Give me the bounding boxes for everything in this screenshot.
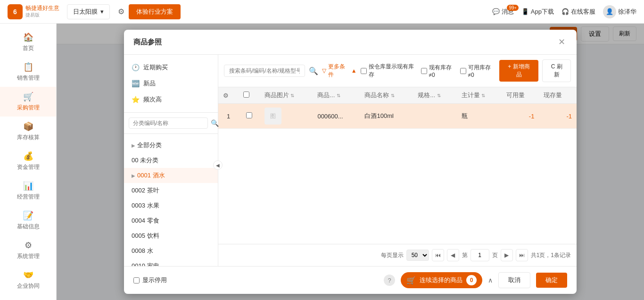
category-item-beverage[interactable]: 0005 饮料 xyxy=(124,228,218,243)
message-icon: 💬 xyxy=(492,8,500,15)
nav-new-product[interactable]: 🆕 新品 xyxy=(124,75,218,92)
page-label2: 页 xyxy=(492,251,498,259)
row-checkbox-cell[interactable] xyxy=(239,104,260,129)
category-search-area: 🔍 xyxy=(124,113,218,134)
app-download-item[interactable]: 📱 App下载 xyxy=(521,8,554,16)
col-spec[interactable]: 规格... ⇅ xyxy=(413,87,456,104)
col-image[interactable]: 商品图片 ⇅ xyxy=(260,87,313,104)
company-dropdown[interactable]: 日太阳膜 ▾ xyxy=(67,4,110,19)
modal-close-icon[interactable]: ✕ xyxy=(556,36,567,48)
basics-icon: 📝 xyxy=(23,210,33,221)
row-spec-cell xyxy=(413,104,456,129)
category-item-snack[interactable]: 0004 零食 xyxy=(124,213,218,228)
col-spec-label: 规格... xyxy=(418,92,435,99)
cart-label: 连续选择的商品 xyxy=(420,276,462,284)
checkbox-warehouse-input[interactable] xyxy=(361,68,367,74)
up-arrow-icon[interactable]: ∧ xyxy=(488,276,493,284)
row-image-cell: 图 xyxy=(260,104,313,129)
sidebar-item-inventory[interactable]: 📦 库存核算 xyxy=(0,117,56,146)
username: 徐泽华 xyxy=(618,8,636,16)
category-item-appliance[interactable]: 0010 家电 xyxy=(124,258,218,266)
search-submit-icon[interactable]: 🔍 xyxy=(309,67,318,75)
sidebar-item-system[interactable]: ⚙ 系统管理 xyxy=(0,235,56,265)
sidebar-label-inventory: 库存核算 xyxy=(17,133,40,142)
col-checkbox xyxy=(239,87,260,104)
first-page-btn[interactable]: ⏮ xyxy=(432,249,444,261)
checkbox-stock-nonzero[interactable]: 现有库存≠0 xyxy=(421,64,456,78)
sidebar-item-home[interactable]: 🏠 首页 xyxy=(0,27,56,57)
next-page-btn[interactable]: ▶ xyxy=(501,249,513,261)
product-table: ⚙ 商品图片 ⇅ xyxy=(218,87,577,129)
total-info: 共1页，1条记录 xyxy=(531,251,571,259)
sidebar-item-purchase[interactable]: 🛒 采购管理 xyxy=(0,87,56,117)
col-code[interactable]: 商品... ⇅ xyxy=(313,87,360,104)
checkbox-stock-input[interactable] xyxy=(421,68,427,74)
show-disabled-checkbox[interactable]: 显示停用 xyxy=(133,276,167,284)
messages-item[interactable]: 💬 消息 99+ xyxy=(492,8,514,16)
checkbox-available-label: 可用库存≠0 xyxy=(468,64,495,78)
modal-footer: 显示停用 ? 🛒 连续选择的商品 0 ∧ 取消 确定 xyxy=(124,266,577,294)
sidebar-item-basics[interactable]: 📝 基础信息 xyxy=(0,206,56,235)
row-checkbox[interactable] xyxy=(246,112,252,118)
category-search-icon[interactable]: 🔍 xyxy=(211,119,219,127)
select-all-checkbox[interactable] xyxy=(243,92,249,98)
main-layout: 🏠 首页 📋 销售管理 🛒 采购管理 📦 库存核算 💰 资金管理 📊 经营管理 … xyxy=(0,24,644,300)
col-name[interactable]: 商品名称 ⇅ xyxy=(360,87,413,104)
category-item-water[interactable]: 0008 水 xyxy=(124,243,218,258)
expand-icon-all: ▶ xyxy=(132,143,135,148)
prev-page-btn[interactable]: ◀ xyxy=(447,249,459,261)
expand-icon-liquor: ▶ xyxy=(132,173,135,178)
checkbox-available-input[interactable] xyxy=(460,68,466,74)
refresh-product-btn[interactable]: C 刷新 xyxy=(542,59,571,82)
experience-btn[interactable]: 体验行业方案 xyxy=(129,4,181,19)
sidebar-item-business[interactable]: 📊 经营管理 xyxy=(0,176,56,206)
col-settings[interactable]: ⚙ xyxy=(218,87,239,104)
messages-badge: 99+ xyxy=(507,5,518,11)
category-item-tea[interactable]: 0002 茶叶 xyxy=(124,183,218,198)
user-item[interactable]: 👤 徐泽华 xyxy=(603,5,636,18)
per-page-select[interactable]: 50 xyxy=(406,250,429,261)
show-disabled-input[interactable] xyxy=(133,277,140,283)
modal-header: 商品参照 ✕ xyxy=(124,30,577,55)
row-available-cell: -1 xyxy=(502,104,539,129)
table-row[interactable]: 1 图 xyxy=(218,104,577,129)
add-product-btn[interactable]: + 新增商品 xyxy=(499,60,539,82)
product-thumbnail: 图 xyxy=(264,108,281,125)
new-label: 新品 xyxy=(143,79,156,88)
sidebar-label-business: 经营管理 xyxy=(17,193,40,201)
collapse-btn[interactable]: ◀ xyxy=(213,160,223,170)
sidebar-item-finance[interactable]: 💰 资金管理 xyxy=(0,146,56,176)
nav-frequent[interactable]: ⭐ 频次高 xyxy=(124,92,218,108)
category-item-unclassified[interactable]: 00 未分类 xyxy=(124,153,218,168)
cancel-btn[interactable]: 取消 xyxy=(498,272,530,288)
nav-recent-purchase[interactable]: 🕐 近期购买 xyxy=(124,59,218,75)
enterprise-icon: 🤝 xyxy=(23,270,33,280)
category-search-input[interactable] xyxy=(129,117,208,129)
sidebar-item-guide[interactable]: 🎯 新手引导 xyxy=(0,295,56,300)
filter-btn[interactable]: ▽ 更多条件 ▲ xyxy=(322,63,357,79)
app-download-label: App下载 xyxy=(531,8,554,16)
filter-label: 更多条件 xyxy=(328,63,349,79)
sidebar: 🏠 首页 📋 销售管理 🛒 采购管理 📦 库存核算 💰 资金管理 📊 经营管理 … xyxy=(0,24,57,300)
confirm-btn[interactable]: 确定 xyxy=(536,273,567,288)
category-item-liquor[interactable]: ▶ 0001 酒水 xyxy=(124,168,218,183)
logo-text: 畅捷通好生意 xyxy=(25,5,59,12)
col-stock: 现存量 xyxy=(539,87,577,104)
settings-icon[interactable]: ⚙ xyxy=(114,4,129,19)
sidebar-item-sales[interactable]: 📋 销售管理 xyxy=(0,57,56,87)
category-item-fruit[interactable]: 0003 水果 xyxy=(124,198,218,213)
page-number-input[interactable]: 1 xyxy=(471,249,489,261)
cart-container[interactable]: 🛒 连续选择的商品 0 xyxy=(401,272,482,288)
product-search-input[interactable] xyxy=(224,65,305,77)
help-icon[interactable]: ? xyxy=(384,275,395,286)
col-unit[interactable]: 主计量 ⇅ xyxy=(457,87,502,104)
category-label-liquor: 0001 酒水 xyxy=(137,171,165,180)
last-page-btn[interactable]: ⏭ xyxy=(516,249,528,261)
online-service-item[interactable]: 🎧 在线客服 xyxy=(561,8,595,16)
category-label-beverage: 0005 饮料 xyxy=(132,232,159,240)
category-item-all[interactable]: ▶ 全部分类 xyxy=(124,138,218,153)
checkbox-available-nonzero[interactable]: 可用库存≠0 xyxy=(460,64,495,78)
sidebar-item-enterprise[interactable]: 🤝 企业协同 xyxy=(0,265,56,295)
category-label-fruit: 0003 水果 xyxy=(132,201,159,210)
checkbox-warehouse[interactable]: 按仓库显示现有库存 xyxy=(361,63,417,79)
